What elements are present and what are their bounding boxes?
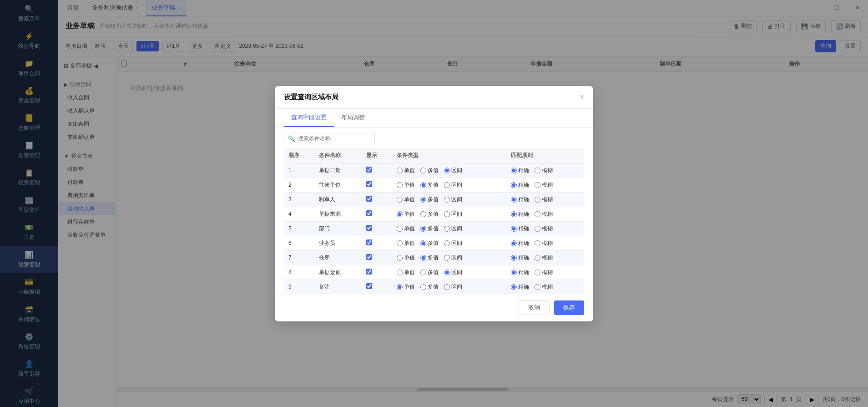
modal-row-name: 仓库 (314, 250, 362, 265)
modal-match-radio-精确[interactable] (511, 284, 517, 290)
modal-tab-layout[interactable]: 布局调整 (334, 109, 372, 127)
modal-match-radio-模糊[interactable] (535, 284, 540, 290)
modal-type-radio-区间[interactable] (444, 197, 450, 203)
modal-type-radio-单值[interactable] (397, 168, 403, 173)
modal-row-order: 7 (284, 250, 314, 265)
modal-row-name: 业务员 (314, 236, 362, 250)
modal-match-radio-模糊[interactable] (535, 240, 540, 246)
search-icon-modal: 🔍 (288, 135, 295, 142)
modal-row-name: 往来单位 (314, 178, 362, 192)
modal-match-radio-精确[interactable] (511, 182, 517, 188)
modal-type-radio-区间[interactable] (444, 168, 450, 173)
modal-type-radio-多值[interactable] (420, 284, 426, 290)
modal-row-name: 单据日期 (314, 163, 362, 178)
modal-match-radio-精确[interactable] (511, 255, 517, 261)
modal-header: 设置查询区域布局 × (275, 86, 593, 109)
modal-body: 查询字段设置 布局调整 🔍 顺序 条件名称 显示 (275, 109, 593, 294)
modal-tabs: 查询字段设置 布局调整 (275, 109, 593, 127)
modal-type-radio-区间[interactable] (444, 182, 450, 188)
modal-type-radio-单值[interactable] (397, 197, 403, 203)
modal-row-name: 单据金额 (314, 265, 362, 280)
modal-match-radio-精确[interactable] (511, 197, 517, 203)
modal-match-radio-模糊[interactable] (535, 226, 540, 232)
modal-match-radio-精确[interactable] (511, 226, 517, 232)
modal-conditions-table: 顺序 条件名称 显示 条件类型 匹配原则 1单据日期单值多值区间精确模糊2往来单… (284, 148, 584, 294)
modal-type-radio-区间[interactable] (444, 284, 450, 290)
modal-show-checkbox[interactable] (366, 269, 372, 275)
modal-col-match: 匹配原则 (506, 148, 584, 163)
modal-match-radio-精确[interactable] (511, 240, 517, 246)
modal-type-radio-多值[interactable] (420, 255, 426, 261)
modal-row-order: 9 (284, 280, 314, 294)
modal-type-radio-区间[interactable] (444, 226, 450, 232)
modal-row-order: 4 (284, 207, 314, 221)
modal-type-radio-多值[interactable] (420, 168, 426, 173)
modal-col-order: 顺序 (284, 148, 314, 163)
modal-tab-query[interactable]: 查询字段设置 (284, 109, 334, 127)
modal-type-radio-多值[interactable] (420, 270, 426, 275)
modal-show-checkbox[interactable] (366, 239, 372, 245)
modal-type-radio-单值[interactable] (397, 240, 403, 246)
modal-show-checkbox[interactable] (366, 283, 372, 289)
modal-col-name: 条件名称 (314, 148, 362, 163)
condition-search-input[interactable] (298, 135, 371, 142)
modal-match-radio-精确[interactable] (511, 168, 517, 173)
modal-type-radio-单值[interactable] (397, 211, 403, 217)
modal-match-radio-模糊[interactable] (535, 168, 540, 173)
modal-type-radio-多值[interactable] (420, 240, 426, 246)
cancel-button[interactable]: 取消 (519, 300, 550, 315)
modal-show-checkbox[interactable] (366, 167, 372, 173)
search-box: 🔍 (284, 133, 375, 144)
modal-show-checkbox[interactable] (366, 225, 372, 231)
modal-type-radio-多值[interactable] (420, 182, 426, 188)
modal-search-area: 🔍 (275, 127, 593, 148)
modal-row-order: 1 (284, 163, 314, 178)
modal-dialog: 设置查询区域布局 × 查询字段设置 布局调整 🔍 (275, 86, 593, 321)
modal-col-type: 条件类型 (392, 148, 506, 163)
modal-row-order: 5 (284, 221, 314, 236)
modal-type-radio-单值[interactable] (397, 270, 403, 275)
modal-type-radio-单值[interactable] (397, 182, 403, 188)
modal-row-order: 2 (284, 178, 314, 192)
modal-match-radio-模糊[interactable] (535, 197, 540, 203)
modal-col-show: 显示 (362, 148, 392, 163)
modal-row-order: 3 (284, 192, 314, 207)
modal-type-radio-单值[interactable] (397, 226, 403, 232)
modal-show-checkbox[interactable] (366, 196, 372, 202)
modal-close-button[interactable]: × (579, 92, 584, 102)
modal-match-radio-精确[interactable] (511, 211, 517, 217)
modal-title: 设置查询区域布局 (284, 93, 338, 102)
modal-match-radio-精确[interactable] (511, 270, 517, 275)
modal-type-radio-多值[interactable] (420, 226, 426, 232)
modal-type-radio-多值[interactable] (420, 211, 426, 217)
modal-table-wrap: 顺序 条件名称 显示 条件类型 匹配原则 1单据日期单值多值区间精确模糊2往来单… (275, 148, 593, 294)
modal-type-radio-区间[interactable] (444, 270, 450, 275)
modal-type-radio-单值[interactable] (397, 284, 403, 290)
modal-match-radio-模糊[interactable] (535, 255, 540, 261)
modal-type-radio-区间[interactable] (444, 211, 450, 217)
modal-row-name: 制单人 (314, 192, 362, 207)
modal-show-checkbox[interactable] (366, 210, 372, 216)
modal-row-order: 6 (284, 236, 314, 250)
modal-match-radio-模糊[interactable] (535, 182, 540, 188)
modal-type-radio-单值[interactable] (397, 255, 403, 261)
modal-row-name: 备注 (314, 280, 362, 294)
modal-show-checkbox[interactable] (366, 181, 372, 187)
modal-row-order: 8 (284, 265, 314, 280)
modal-type-radio-多值[interactable] (420, 197, 426, 203)
modal-type-radio-区间[interactable] (444, 255, 450, 261)
modal-overlay[interactable]: 设置查询区域布局 × 查询字段设置 布局调整 🔍 (0, 0, 868, 407)
modal-row-name: 单据来源 (314, 207, 362, 221)
modal-type-radio-区间[interactable] (444, 240, 450, 246)
modal-row-name: 部门 (314, 221, 362, 236)
modal-match-radio-模糊[interactable] (535, 270, 540, 275)
modal-match-radio-模糊[interactable] (535, 211, 540, 217)
modal-footer: 取消 保存 (275, 294, 593, 321)
save-button-modal[interactable]: 保存 (554, 300, 584, 315)
modal-show-checkbox[interactable] (366, 254, 372, 260)
